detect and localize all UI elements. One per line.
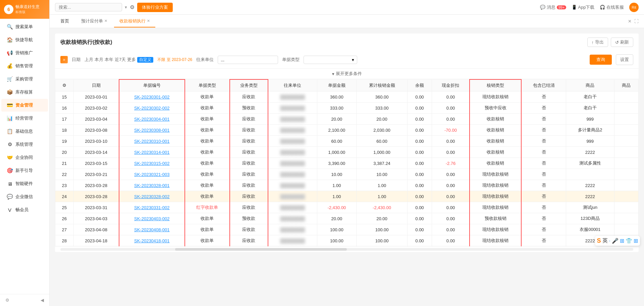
float-text-btn[interactable]: 英 (602, 237, 608, 244)
row-doc-no[interactable]: SK-20230418-001 (119, 235, 185, 246)
filter-counterpart-input[interactable]: ... (218, 56, 278, 64)
row-doc-type: 红字收款单 (185, 202, 230, 213)
filter-last7[interactable]: 近7天 (115, 57, 126, 63)
row-idx: 21 (55, 158, 74, 169)
app-download-link[interactable]: 📱 App下载 (572, 4, 594, 10)
filter-expand-btn[interactable]: » (60, 56, 68, 63)
scrollbar-thumb[interactable] (175, 248, 347, 251)
messages-area[interactable]: 💬 消息 99+ (540, 4, 567, 10)
float-apps-btn[interactable]: ⊞ (634, 238, 638, 244)
tab-close-all-icon[interactable]: ✕ (628, 19, 632, 24)
float-s-btn[interactable]: S (597, 237, 601, 244)
topbar-dropdown-icon[interactable]: ▾ (125, 5, 127, 10)
trial-btn[interactable]: 体验行业方案 (137, 3, 173, 12)
doc-no-link[interactable]: SK-20230418-001 (134, 238, 170, 243)
row-goods: 123D商品 (566, 213, 614, 224)
row-doc-no[interactable]: SK-20230408-001 (119, 224, 185, 235)
row-doc-no[interactable]: SK-20230321-003 (119, 169, 185, 180)
doc-no-link[interactable]: SK-20230315-002 (134, 161, 170, 166)
sidebar-item-basic[interactable]: 📋 基础信息 (1, 125, 48, 138)
filter-this-month[interactable]: 本月 (95, 57, 103, 63)
filter-custom-btn[interactable]: 自定义 (137, 57, 153, 63)
doc-no-link[interactable]: SK-20230403-002 (134, 216, 170, 221)
topbar-search-input[interactable] (55, 3, 122, 11)
row-verify-type: 预收款核销 (470, 213, 521, 224)
row-verify-type: 现结收款核销 (470, 91, 521, 103)
row-verify-type: 现结收款核销 (470, 235, 521, 246)
float-dot-btn[interactable]: · (609, 238, 610, 244)
sidebar-item-system[interactable]: ⚙ 系统管理 (1, 138, 48, 151)
row-doc-no[interactable]: SK-20230304-001 (119, 114, 185, 125)
tab-pre-receivable-close[interactable]: ✕ (104, 19, 107, 23)
tab-collection-verify[interactable]: 收款核销执行 ✕ (114, 15, 155, 27)
refresh-btn[interactable]: ↺ 刷新 (611, 38, 633, 47)
sidebar-settings-icon[interactable]: ⚙ (5, 298, 9, 303)
table-scroll[interactable]: ⚙ 日期 单据编号 单据类型 业务类型 往来单位 单据金额 累计核销金额 余额 … (55, 79, 639, 247)
row-doc-no[interactable]: SK-20230331-002 (119, 202, 185, 213)
sidebar-item-guide[interactable]: 🎯 新手引导 (1, 164, 48, 177)
filter-receipt-type-select[interactable]: ▾ (304, 56, 357, 64)
float-mic-btn[interactable]: 🎤 (612, 238, 619, 244)
row-doc-no[interactable]: SK-20230310-001 (119, 136, 185, 147)
tab-pre-receivable[interactable]: 预计应付单 ✕ (76, 15, 113, 27)
row-balance: 0.00 (408, 224, 432, 235)
row-doc-no[interactable]: SK-20230301-002 (119, 91, 185, 103)
row-doc-no[interactable]: SK-20230314-001 (119, 147, 185, 158)
expand-conditions-bar[interactable]: ▾ 展开更多条件 (55, 69, 639, 79)
total-cell-2 (119, 246, 185, 247)
sidebar-item-operation[interactable]: 📊 经营管理 (1, 112, 48, 125)
sidebar-item-finance[interactable]: 💳 资金管理 (1, 99, 48, 112)
sidebar-item-search[interactable]: 🔍 搜索菜单 (1, 20, 48, 33)
topbar-gear-icon[interactable]: ⚙ (130, 4, 135, 10)
tab-home[interactable]: 首页 (55, 15, 74, 27)
row-doc-no[interactable]: SK-20230403-002 (119, 213, 185, 224)
row-doc-no[interactable]: SK-20230302-002 (119, 103, 185, 114)
doc-no-link[interactable]: SK-20230304-001 (134, 117, 170, 122)
row-biz-type: 应收款 (230, 91, 268, 103)
tab-expand-icon[interactable]: ⛶ (634, 19, 639, 24)
doc-no-link[interactable]: SK-20230408-001 (134, 227, 170, 232)
row-doc-no[interactable]: SK-20230315-002 (119, 158, 185, 169)
user-avatar[interactable]: Rit (629, 3, 639, 12)
doc-no-link[interactable]: SK-20230331-002 (134, 205, 170, 210)
sidebar-item-marketing[interactable]: 📢 营销推广 (1, 47, 48, 59)
doc-no-link[interactable]: SK-20230310-001 (134, 139, 170, 144)
filter-settings-btn[interactable]: 设置 (616, 54, 633, 65)
tabs-bar: 首页 预计应付单 ✕ 收款核销执行 ✕ ✕ ⛶ (50, 15, 644, 28)
filter-this-year[interactable]: 本年 (105, 57, 113, 63)
doc-no-link[interactable]: SK-20230321-003 (134, 172, 170, 177)
online-service-link[interactable]: 🎧 在线客服 (600, 4, 624, 10)
row-doc-no[interactable]: SK-20230328-002 (119, 191, 185, 202)
row-doc-no[interactable]: SK-20230328-001 (119, 180, 185, 191)
sidebar-item-member[interactable]: V 畅会员 (1, 203, 48, 216)
sidebar-item-wechat[interactable]: 💬 企业微信 (1, 190, 48, 203)
col-header-gear[interactable]: ⚙ (55, 79, 74, 91)
sidebar-item-inventory[interactable]: 📦 库存核算 (1, 86, 48, 99)
sidebar-item-quick-nav[interactable]: 🏠 快捷导航 (1, 34, 48, 46)
filter-last-month[interactable]: 上月 (85, 57, 93, 63)
doc-no-link[interactable]: SK-20230328-001 (134, 183, 170, 188)
horizontal-scrollbar[interactable] (60, 248, 633, 251)
tab-collection-verify-close[interactable]: ✕ (147, 19, 150, 23)
doc-no-link[interactable]: SK-20230301-002 (134, 95, 170, 100)
float-grid-btn[interactable]: ⊞ (620, 238, 624, 244)
sidebar-item-label: 新手引导 (15, 168, 33, 174)
sidebar-collapse-icon[interactable]: ◀ (41, 298, 44, 303)
export-btn[interactable]: ↑ 导出 (587, 38, 608, 47)
sidebar-item-enterprise[interactable]: 🤝 企业协同 (1, 151, 48, 164)
sidebar-item-purchase[interactable]: 🛒 采购管理 (1, 73, 48, 85)
doc-no-link[interactable]: SK-20230328-002 (134, 194, 170, 199)
doc-no-link[interactable]: SK-20230308-001 (134, 128, 170, 133)
row-counterpart: ████████ (268, 191, 317, 202)
query-btn[interactable]: 查询 (590, 55, 612, 65)
sidebar-item-hardware[interactable]: 🖥 智能硬件 (1, 177, 48, 190)
wechat-icon: 💬 (7, 194, 13, 200)
row-doc-no[interactable]: SK-20230308-001 (119, 125, 185, 136)
float-shirt-btn[interactable]: 👕 (626, 238, 632, 244)
row-counterpart: ████████ (268, 224, 317, 235)
doc-no-link[interactable]: SK-20230314-001 (134, 150, 170, 155)
doc-no-link[interactable]: SK-20230302-002 (134, 106, 170, 111)
sidebar-item-sales[interactable]: 💰 销售管理 (1, 60, 48, 72)
row-counterpart: ████████ (268, 103, 317, 114)
filter-more[interactable]: 更多 (127, 57, 136, 63)
